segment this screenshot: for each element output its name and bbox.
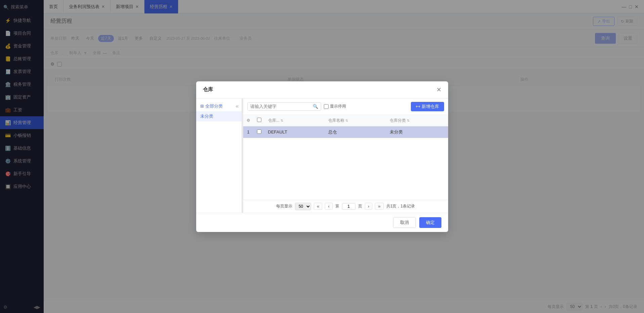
modal-prev-page-button[interactable]: ‹ — [325, 203, 332, 210]
modal-pagination: 每页显示 50 « ‹ 算 页 › » 共1页，1条记录 — [243, 200, 448, 213]
modal-next-page-button[interactable]: › — [365, 203, 372, 210]
table-row[interactable]: 1 DEFAULT 总仓 未分类 — [243, 126, 448, 138]
modal-close-button[interactable]: ✕ — [436, 86, 441, 93]
row-checkbox-cell — [254, 126, 265, 138]
search-input[interactable] — [250, 104, 313, 109]
show-disabled-checkbox[interactable] — [324, 104, 329, 109]
modal-page-suffix: 页 — [358, 203, 362, 209]
plus-icon: + — [416, 104, 418, 109]
show-disabled-toggle: 显示停用 — [324, 104, 346, 109]
add-warehouse-button[interactable]: + + 新增仓库 — [411, 102, 444, 111]
modal-total-label: 共1页，1条记录 — [386, 203, 415, 209]
th-gear: ⚙ — [243, 115, 254, 126]
search-box[interactable]: 🔍 — [247, 102, 321, 111]
modal-footer: 取消 确定 — [196, 213, 448, 232]
modal-title: 仓库 — [203, 86, 213, 93]
confirm-button[interactable]: 确定 — [419, 217, 441, 228]
modal-per-page-select[interactable]: 50 — [295, 203, 311, 210]
cancel-button[interactable]: 取消 — [393, 217, 416, 228]
modal-body: ⊞ 全部分类 « 未分类 🔍 — [196, 99, 448, 213]
modal-overlay: 仓库 ✕ ⊞ 全部分类 « 未分类 — [0, 0, 644, 313]
modal-table-container: ⚙ 仓库... ⇅ 仓库名称 ⇅ — [243, 115, 448, 200]
modal-last-page-button[interactable]: » — [375, 203, 383, 210]
row-checkbox[interactable] — [257, 129, 261, 134]
modal-page-label: 算 — [335, 203, 339, 209]
th-name: 仓库名称 ⇅ — [325, 115, 386, 126]
modal-toolbar: 🔍 显示停用 + + 新增仓库 — [243, 99, 448, 115]
left-scrollbar[interactable] — [242, 99, 243, 213]
table-body: 1 DEFAULT 总仓 未分类 — [243, 126, 448, 138]
collapse-panel-button[interactable]: « — [236, 103, 239, 109]
modal-first-page-button[interactable]: « — [314, 203, 322, 210]
th-code: 仓库... ⇅ — [265, 115, 325, 126]
show-disabled-label: 显示停用 — [330, 104, 346, 109]
category-header: ⊞ 全部分类 « — [196, 101, 243, 111]
search-icon[interactable]: 🔍 — [313, 104, 318, 109]
modal-per-page-label: 每页显示 — [276, 203, 292, 209]
th-category: 仓库分类 ⇅ — [386, 115, 448, 126]
table-head: ⚙ 仓库... ⇅ 仓库名称 ⇅ — [243, 115, 448, 126]
all-category-item[interactable]: ⊞ 全部分类 — [200, 103, 223, 109]
modal-page-input[interactable] — [342, 203, 355, 210]
modal-left-panel: ⊞ 全部分类 « 未分类 — [196, 99, 243, 213]
modal-right-panel: 🔍 显示停用 + + 新增仓库 — [243, 99, 448, 213]
category-item-unclassified[interactable]: 未分类 — [196, 111, 243, 121]
code-sort-icon[interactable]: ⇅ — [281, 119, 283, 122]
modal-header: 仓库 ✕ — [196, 81, 448, 99]
row-category: 未分类 — [386, 126, 448, 138]
table-header-row: ⚙ 仓库... ⇅ 仓库名称 ⇅ — [243, 115, 448, 126]
row-code: DEFAULT — [265, 126, 325, 138]
row-num: 1 — [243, 126, 254, 138]
row-name: 总仓 — [325, 126, 386, 138]
name-sort-icon[interactable]: ⇅ — [345, 119, 348, 122]
th-checkbox — [254, 115, 265, 126]
warehouse-table: ⚙ 仓库... ⇅ 仓库名称 ⇅ — [243, 115, 448, 138]
grid-icon: ⊞ — [200, 104, 204, 109]
category-sort-icon[interactable]: ⇅ — [407, 119, 410, 122]
warehouse-modal: 仓库 ✕ ⊞ 全部分类 « 未分类 — [196, 81, 448, 232]
select-all-modal-checkbox[interactable] — [257, 118, 261, 122]
